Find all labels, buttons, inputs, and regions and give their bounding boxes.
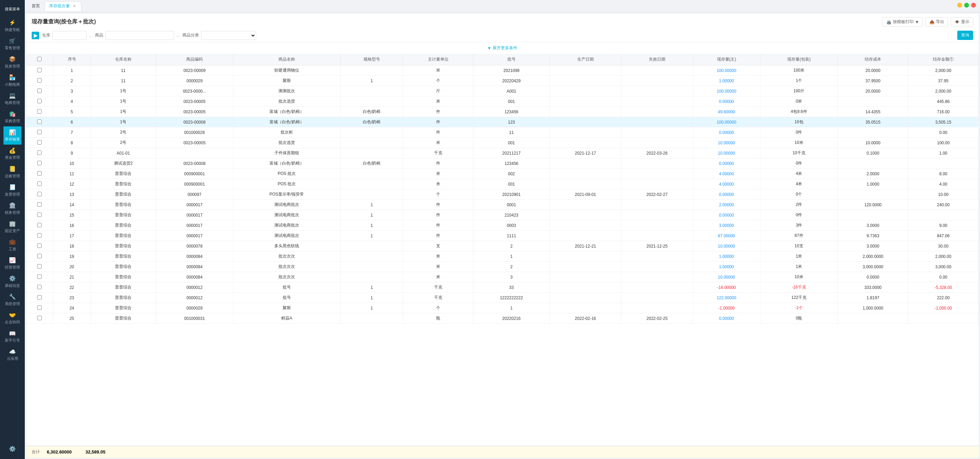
link-qty_main[interactable]: 0.00000 [719,316,734,321]
sidebar-item-fixed-assets[interactable]: 🏢 固定资产 [3,218,21,236]
sidebar-item-hr[interactable]: 💼 工资 [3,236,21,254]
link-qty_main[interactable]: 87.00000 [718,233,735,238]
sidebar-item-system[interactable]: 🔧 系统管理 [3,291,21,309]
cell-qty_main[interactable]: 1.00000 [693,262,760,272]
cell-qty_main[interactable]: 10.00000 [693,272,760,282]
link-qty_main[interactable]: 10.00000 [718,275,735,280]
cell-qty_main[interactable]: 100.00000 [693,65,760,76]
sidebar-item-cloud[interactable]: ☁️ 云应用 [3,346,21,364]
row-checkbox[interactable] [26,282,53,293]
warehouse-input[interactable] [52,31,87,40]
row-checkbox[interactable] [26,65,53,76]
sidebar-item-finance[interactable]: 💰 资金管理 [3,145,21,163]
row-checkbox[interactable] [26,138,53,148]
link-qty_main[interactable]: 1.00000 [719,265,734,269]
link-qty_main[interactable]: 100.00000 [717,120,736,125]
link-qty_main[interactable]: 0.00000 [719,161,734,166]
link-qty_main[interactable]: 122.00000 [717,295,736,300]
close-button[interactable] [971,3,976,8]
link-qty_main[interactable]: 100.00000 [717,89,736,94]
cell-qty_main[interactable]: 10.00000 [693,241,760,251]
sidebar-item-basic[interactable]: ⚙️ 基础信息 [3,273,21,291]
link-qty_main[interactable]: 4.00000 [719,182,734,186]
query-button[interactable]: 查询 [957,31,973,40]
row-checkbox[interactable] [26,303,53,313]
link-qty_main[interactable]: 2.00000 [719,202,734,207]
cell-qty_main[interactable]: 10.00000 [693,138,760,148]
sidebar-item-invoice[interactable]: 🧾 发票管理 [3,181,21,199]
tab-home[interactable]: 首页 [27,2,44,11]
cell-qty_main[interactable]: 0.00000 [693,210,760,220]
cell-qty_main[interactable]: -16.00000 [693,282,760,293]
cell-qty_main[interactable]: 0.00000 [693,313,760,324]
cell-qty_main[interactable]: 122.00000 [693,293,760,303]
link-qty_main[interactable]: 1.00000 [719,78,734,83]
cell-qty_main[interactable]: 4.00000 [693,179,760,190]
link-qty_main[interactable]: 10.00000 [718,140,735,145]
row-checkbox[interactable] [26,117,53,128]
row-checkbox[interactable] [26,231,53,241]
link-qty_main[interactable]: 0.00000 [719,192,734,197]
cell-qty_main[interactable]: 1.00000 [693,251,760,262]
cell-qty_main[interactable]: -1.00000 [693,303,760,313]
row-checkbox[interactable] [26,76,53,86]
cell-qty_main[interactable]: 100.00000 [693,117,760,128]
sidebar-item-micro-shop[interactable]: 🏪 小鹅电商 [3,71,21,89]
print-button[interactable]: 🖨️ 按模板打印 ▼ [883,17,923,27]
table-container[interactable]: 序号仓库名称商品编码商品名称规格型号主计量单位批号生产日期失效日期现存量(主)现… [26,54,978,446]
column-checkbox[interactable] [26,54,53,65]
row-checkbox[interactable] [26,241,53,251]
select-all-checkbox[interactable] [37,57,41,61]
cell-qty_main[interactable]: 0.00000 [693,158,760,169]
sidebar-item-ecommerce[interactable]: 💻 电商管理 [3,89,21,108]
row-checkbox[interactable] [26,251,53,262]
link-qty_main[interactable]: 49.60000 [718,110,735,114]
row-checkbox[interactable] [26,293,53,303]
cell-qty_main[interactable]: 87.00000 [693,231,760,241]
sidebar-search[interactable]: 搜索菜单 [2,3,23,15]
cell-qty_main[interactable]: 100.00000 [693,86,760,96]
link-qty_main[interactable]: -16.00000 [717,285,736,290]
link-qty_main[interactable]: 3.00000 [719,223,734,228]
cell-qty_main[interactable]: 0.00000 [693,96,760,107]
tab-inventory-batch[interactable]: 库存批次量✕ [45,2,81,11]
cell-qty_main[interactable]: 4.00000 [693,169,760,179]
row-checkbox[interactable] [26,148,53,158]
link-qty_main[interactable]: 0.00000 [719,130,734,135]
sidebar-item-wholesale[interactable]: 📦 批发管理 [3,53,21,71]
sidebar-settings[interactable]: ⚙️ [8,443,17,456]
maximize-button[interactable] [964,3,969,8]
row-checkbox[interactable] [26,313,53,324]
category-select[interactable] [201,31,256,40]
row-checkbox[interactable] [26,220,53,231]
goods-input[interactable] [105,31,174,40]
sidebar-item-guide[interactable]: 📖 新手引导 [3,327,21,346]
row-checkbox[interactable] [26,272,53,282]
row-checkbox[interactable] [26,190,53,200]
row-checkbox[interactable] [26,179,53,190]
cell-qty_main[interactable]: 0.00000 [693,128,760,138]
cell-qty_main[interactable]: 0.00000 [693,190,760,200]
cell-qty_main[interactable]: 49.60000 [693,107,760,117]
display-button[interactable]: 👁️ 显示 [951,17,973,27]
tab-close-inventory-batch[interactable]: ✕ [72,4,77,9]
sidebar-item-general-ledger[interactable]: 📒 总账管理 [3,163,21,181]
goods-dots[interactable]: ... [176,33,180,38]
sidebar-item-collab[interactable]: 🤝 企业协同 [3,309,21,327]
expand-more-button[interactable]: ▼ 展开更多条件 [485,44,520,53]
link-qty_main[interactable]: 10.00000 [718,244,735,249]
sidebar-item-inventory[interactable]: 📊 库存核算 [3,126,21,145]
sidebar-item-retail[interactable]: 🛒 零售管理 [3,35,21,53]
link-qty_main[interactable]: 0.00000 [719,99,734,104]
cell-qty_main[interactable]: 10.00000 [693,148,760,158]
row-checkbox[interactable] [26,169,53,179]
link-qty_main[interactable]: 4.00000 [719,172,734,176]
sidebar-item-ops[interactable]: 📈 经营管理 [3,254,21,273]
row-checkbox[interactable] [26,96,53,107]
link-qty_main[interactable]: 10.00000 [718,151,735,156]
export-button[interactable]: 📤 导出 [926,17,948,27]
link-qty_main[interactable]: 0.00000 [719,213,734,218]
minimize-button[interactable] [957,3,962,8]
link-qty_main[interactable]: 100.00000 [717,68,736,73]
sidebar-item-tax[interactable]: 🏛️ 税务管理 [3,199,21,218]
